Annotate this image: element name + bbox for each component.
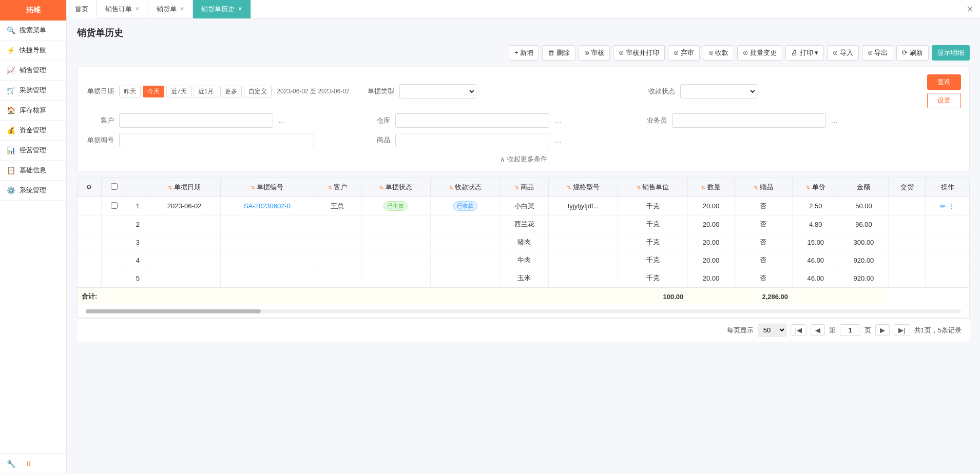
per-page-select[interactable]: 50100	[758, 324, 786, 337]
cell-settings	[78, 251, 101, 269]
last1m-btn[interactable]: 近1月	[194, 86, 219, 97]
cell-checkbox[interactable]	[101, 269, 127, 288]
sidebar-item-label: 快捷导航	[20, 46, 46, 55]
sidebar-item-finance-mgmt[interactable]: 💰 资金管理	[0, 121, 66, 141]
batch-change-button[interactable]: ⊙ 批量变更	[737, 45, 782, 61]
yesterday-btn[interactable]: 昨天	[119, 86, 141, 97]
abandon-button[interactable]: ⊙ 弃审	[668, 45, 700, 61]
last7-btn[interactable]: 近7天	[166, 86, 191, 97]
cell-paystatus	[431, 251, 500, 269]
col-unit[interactable]: ⇅ 销售单位	[618, 178, 687, 197]
customer-dots[interactable]: ...	[278, 116, 285, 125]
print-button[interactable]: 🖨 打印 ▾	[785, 45, 824, 61]
cell-settings	[78, 197, 101, 215]
page-number-input[interactable]	[840, 324, 860, 336]
sidebar-item-label: 资金管理	[20, 126, 46, 135]
cell-gift: 否	[735, 215, 792, 233]
col-action-label: 操作	[941, 183, 954, 191]
col-docstatus[interactable]: ⇅ 单据状态	[361, 178, 430, 197]
tab-sales-goods[interactable]: 销货单 ✕	[148, 0, 193, 18]
col-gift[interactable]: ⇅ 赠品	[735, 178, 792, 197]
cell-docno[interactable]	[220, 233, 314, 251]
col-paystatus-label: 收款状态	[455, 183, 482, 191]
audit-button[interactable]: ⊙ 审核	[579, 45, 610, 61]
tab-home[interactable]: 首页	[67, 0, 97, 18]
sidebar-item-ops-mgmt[interactable]: 📊 经营管理	[0, 141, 66, 161]
cell-checkbox[interactable]	[101, 197, 127, 215]
salesperson-dots[interactable]: ...	[831, 116, 838, 125]
doc-type-select[interactable]	[399, 84, 476, 98]
cell-docno[interactable]	[220, 215, 314, 233]
sidebar-item-quick-nav[interactable]: ⚡ 快捷导航	[0, 41, 66, 61]
sort-gift-icon: ⇅	[754, 185, 758, 190]
cell-checkbox[interactable]	[101, 251, 127, 269]
warehouse-input[interactable]	[395, 113, 549, 128]
col-settings[interactable]: ⚙	[78, 178, 101, 197]
cell-checkbox[interactable]	[101, 233, 127, 251]
footer-empty	[792, 287, 888, 305]
tab-sales-order-close[interactable]: ✕	[135, 6, 140, 12]
col-qty[interactable]: ⇅ 数量	[687, 178, 735, 197]
sidebar-item-system-mgmt[interactable]: ⚙️ 系统管理	[0, 181, 66, 201]
col-docno[interactable]: ⇅ 单据编号	[220, 178, 314, 197]
sidebar-item-purchase-mgmt[interactable]: 🛒 采购管理	[0, 81, 66, 101]
today-btn[interactable]: 今天	[143, 86, 164, 97]
cell-goods: 西兰花	[500, 215, 548, 233]
sidebar-settings-btn[interactable]: 🔧 ⏸	[0, 454, 66, 474]
audit-print-button[interactable]: ⊙ 审核并打印	[613, 45, 665, 61]
col-paystatus[interactable]: ⇅ 收款状态	[431, 178, 500, 197]
query-button[interactable]: 查询	[927, 74, 961, 90]
goods-dots[interactable]: ...	[554, 135, 561, 145]
sidebar-item-inventory[interactable]: 🏠 库存核算	[0, 101, 66, 121]
docno-input[interactable]	[119, 133, 314, 147]
cell-checkbox[interactable]	[101, 215, 127, 233]
collapse-button[interactable]: ∧ 收起更多条件	[86, 152, 961, 164]
customer-input[interactable]	[119, 113, 273, 128]
tab-sales-goods-close[interactable]: ✕	[180, 6, 184, 12]
warehouse-dots[interactable]: ...	[554, 116, 561, 125]
last-page-btn[interactable]: ▶|	[894, 324, 910, 336]
more-action-icon[interactable]: ⋮	[948, 202, 955, 210]
cell-settings	[78, 233, 101, 251]
prev-page-btn[interactable]: ◀	[811, 324, 825, 336]
edit-icon[interactable]: ✏	[940, 202, 946, 210]
sidebar-item-basic-info[interactable]: 📋 基础信息	[0, 161, 66, 181]
setting-button[interactable]: 设置	[927, 93, 961, 108]
cell-customer	[314, 251, 361, 269]
show-detail-button[interactable]: 显示明细	[932, 45, 970, 61]
sidebar-item-search-menu[interactable]: 🔍 搜索菜单	[0, 21, 66, 41]
salesperson-input[interactable]	[672, 113, 826, 128]
close-all-tabs[interactable]: ✕	[960, 4, 980, 15]
doc-status-badge: 已生效	[383, 201, 408, 211]
more-btn[interactable]: 更多	[220, 86, 242, 97]
tab-sales-history-close[interactable]: ✕	[238, 6, 242, 12]
col-spec[interactable]: ⇅ 规格型号	[548, 178, 618, 197]
sidebar-item-sales-mgmt[interactable]: 📈 销售管理	[0, 61, 66, 81]
collect-button[interactable]: ⊙ 收款	[703, 45, 735, 61]
import-button[interactable]: ⊙ 导入	[827, 45, 859, 61]
tab-sales-history[interactable]: 销货单历史 ✕	[193, 0, 251, 18]
doc-no-link[interactable]: SA-20230602-0	[244, 202, 291, 210]
horizontal-scrollbar[interactable]	[78, 305, 969, 318]
tab-sales-order[interactable]: 销售订单 ✕	[97, 0, 148, 18]
refresh-button[interactable]: ⟳ 刷新	[896, 45, 929, 61]
select-all-checkbox[interactable]	[111, 183, 118, 190]
first-page-btn[interactable]: |◀	[791, 324, 806, 336]
export-button[interactable]: ⊙ 导出	[862, 45, 894, 61]
col-price[interactable]: ⇅ 单价	[792, 178, 839, 197]
cell-docno[interactable]	[220, 269, 314, 288]
col-checkbox[interactable]	[101, 178, 127, 197]
custom-btn[interactable]: 自定义	[244, 86, 272, 97]
goods-input[interactable]	[395, 133, 549, 147]
col-date[interactable]: ⇅ 单据日期	[148, 178, 221, 197]
cell-docno[interactable]: SA-20230602-0	[220, 197, 314, 215]
print-button-label: 🖨 打印 ▾	[791, 48, 818, 57]
cell-docno[interactable]	[220, 251, 314, 269]
col-goods[interactable]: ⇅ 商品	[500, 178, 548, 197]
next-page-btn[interactable]: ▶	[875, 324, 890, 336]
payment-status-select[interactable]	[680, 84, 757, 98]
row-checkbox[interactable]	[111, 202, 118, 209]
add-button[interactable]: + 新增	[509, 45, 539, 61]
col-customer[interactable]: ⇅ 客户	[314, 178, 361, 197]
delete-button[interactable]: 🗑 删除	[542, 45, 575, 61]
